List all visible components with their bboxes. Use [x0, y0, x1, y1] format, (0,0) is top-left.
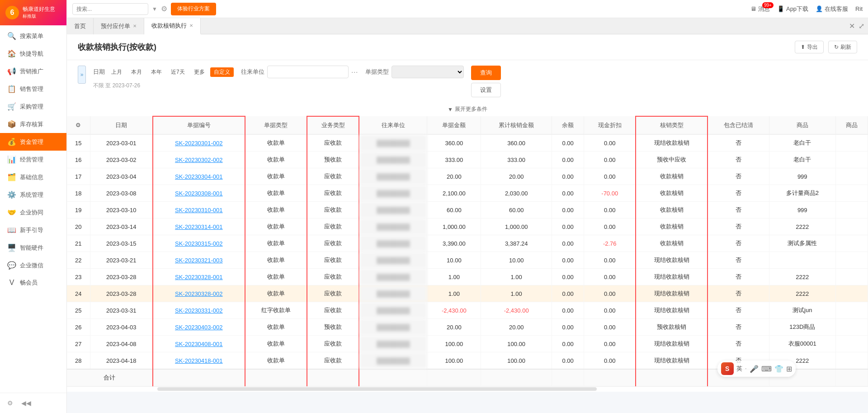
date-this-year-btn[interactable]: 本年	[147, 67, 165, 77]
docno-link[interactable]: SK-20230321-003	[175, 257, 223, 264]
date-this-month-btn[interactable]: 本月	[127, 67, 146, 77]
cell-partner: ████████	[359, 352, 427, 370]
export-button[interactable]: ⬆ 导出	[795, 41, 824, 53]
cell-product1: 测试jun	[769, 302, 835, 319]
grid-icon[interactable]: ⊞	[786, 365, 792, 373]
cell-total-verify: 20.00	[481, 319, 552, 336]
tab-collection-close-icon[interactable]: ✕	[189, 23, 193, 28]
sidebar-item-basic[interactable]: 🗂️基础信息	[0, 168, 66, 186]
mobile-icon: 📱	[777, 5, 784, 12]
tab-home[interactable]: 首页	[67, 18, 94, 34]
docno-link[interactable]: SK-20230308-001	[175, 190, 223, 197]
date-7days-btn[interactable]: 近7天	[167, 67, 189, 77]
settings-bottom-icon[interactable]: ⚙	[4, 397, 16, 409]
cell-balance: 0.00	[552, 152, 584, 168]
cell-product2	[835, 319, 868, 336]
refresh-button[interactable]: ↻ 刷新	[828, 41, 857, 53]
mic-icon[interactable]: 🎤	[750, 365, 759, 373]
topbar-gear-icon[interactable]: ⚙	[161, 5, 167, 13]
tab-close-all-icon[interactable]: ✕	[849, 22, 855, 30]
app-download-button[interactable]: 📱 App下载	[777, 5, 808, 13]
query-button[interactable]: 查询	[471, 66, 501, 80]
cell-doctype: 收款单	[245, 285, 307, 302]
sidebar-item-system[interactable]: ⚙️系统管理	[0, 186, 66, 204]
sidebar-item-label: 企业微信	[20, 261, 43, 270]
cell-partner: ████████	[359, 302, 427, 319]
docno-link[interactable]: SK-20230418-001	[175, 357, 223, 364]
docno-link[interactable]: SK-20230301-002	[175, 140, 223, 147]
cell-docno: SK-20230328-002	[153, 285, 245, 302]
online-service-button[interactable]: 👤 在线客服	[816, 5, 848, 13]
more-filter-icon[interactable]: ···	[351, 67, 358, 77]
cell-partner: ████████	[359, 152, 427, 168]
cell-product2	[835, 218, 868, 235]
docno-link[interactable]: SK-20230328-002	[175, 290, 223, 297]
docno-link[interactable]: SK-20230403-002	[175, 324, 223, 331]
docno-link[interactable]: SK-20230315-002	[175, 240, 223, 247]
solution-button[interactable]: 体验行业方案	[171, 3, 216, 15]
cell-doctype: 收款单	[245, 319, 307, 336]
basic-icon: 🗂️	[7, 173, 16, 181]
tab-prepay-close-icon[interactable]: ✕	[133, 24, 137, 28]
cell-product2	[835, 152, 868, 168]
collapse-button[interactable]: »	[78, 66, 86, 84]
search-input[interactable]	[72, 3, 148, 15]
totals-docno	[153, 369, 245, 386]
cell-total-verify: -2,430.00	[481, 302, 552, 319]
cell-doctype: 收款单	[245, 134, 307, 152]
table-row: 20 2023-03-14 SK-20230314-001 收款单 应收款 ██…	[67, 218, 868, 235]
sidebar-item-collab[interactable]: 🤝企业协同	[0, 204, 66, 221]
dropdown-arrow-icon[interactable]: ▼	[152, 6, 157, 12]
col-biztype: 业务类型	[307, 116, 359, 134]
date-more-btn[interactable]: 更多	[190, 67, 208, 77]
totals-discount	[584, 369, 636, 386]
docno-link[interactable]: SK-20230408-001	[175, 341, 223, 347]
cell-partner: ████████	[359, 319, 427, 336]
sidebar-item-member[interactable]: V畅会员	[0, 274, 66, 291]
cell-partner: ████████	[359, 185, 427, 202]
docno-link[interactable]: SK-20230310-001	[175, 207, 223, 214]
message-button[interactable]: 🖥 消息 99+	[750, 5, 770, 13]
docno-link[interactable]: SK-20230328-001	[175, 274, 223, 280]
sidebar-item-quicknav[interactable]: 🏠快捷导航	[0, 45, 66, 62]
col-settings[interactable]: ⚙	[67, 116, 90, 134]
sidebar-item-hardware[interactable]: 🖥️智能硬件	[0, 239, 66, 256]
keyboard-icon[interactable]: ⌨	[761, 365, 772, 373]
settings-button[interactable]: 设置	[471, 83, 501, 97]
sidebar-item-guide[interactable]: 📖新手引导	[0, 221, 66, 239]
tab-expand-icon[interactable]: ⤢	[859, 22, 864, 30]
separator: ·	[745, 365, 747, 373]
cell-biztype: 应收款	[307, 168, 359, 185]
sidebar: 6 畅康道好生意 标推版 🔍搜索菜单🏠快捷导航📢营销推广📋销售管理🛒采购管理📦库…	[0, 0, 67, 413]
doctype-select[interactable]	[392, 66, 464, 78]
docno-link[interactable]: SK-20230304-001	[175, 173, 223, 180]
page-header: 收款核销执行(按收款) ⬆ 导出 ↻ 刷新	[67, 34, 868, 60]
sidebar-item-inventory[interactable]: 📦库存核算	[0, 115, 66, 133]
cell-partner: ████████	[359, 202, 427, 218]
sidebar-item-finance[interactable]: 💰资金管理	[0, 133, 66, 151]
tab-collection[interactable]: 收款核销执行 ✕	[144, 18, 201, 34]
tab-prepay[interactable]: 预付应付单 ✕	[94, 18, 144, 34]
sidebar-item-label: 搜索菜单	[20, 32, 43, 40]
partner-input[interactable]	[267, 66, 349, 78]
date-custom-btn[interactable]: 自定义	[210, 67, 234, 77]
date-last-month-btn[interactable]: 上月	[108, 67, 126, 77]
docno-link[interactable]: SK-20230302-002	[175, 157, 223, 163]
sidebar-item-search[interactable]: 🔍搜索菜单	[0, 27, 66, 45]
sidebar-item-marketing[interactable]: 📢营销推广	[0, 62, 66, 80]
cell-total-verify: 360.00	[481, 134, 552, 152]
sidebar-item-purchase[interactable]: 🛒采购管理	[0, 98, 66, 115]
collapse-icon[interactable]: ◀◀	[20, 397, 33, 409]
sidebar-item-sales[interactable]: 📋销售管理	[0, 80, 66, 98]
cell-docno: SK-20230331-002	[153, 302, 245, 319]
shirt-icon[interactable]: 👕	[774, 365, 783, 373]
topbar-right: 🖥 消息 99+ 📱 App下载 👤 在线客服 Rit	[750, 5, 863, 13]
expand-more-button[interactable]: ▼ 展开更多条件	[67, 103, 868, 116]
cell-biztype: 应收款	[307, 285, 359, 302]
docno-link[interactable]: SK-20230314-001	[175, 223, 223, 230]
cell-product1: 老白干	[769, 152, 835, 168]
sidebar-item-operations[interactable]: 📊经营管理	[0, 151, 66, 168]
cell-product1: 测试多属性	[769, 235, 835, 252]
sidebar-item-wechat[interactable]: 💬企业微信	[0, 256, 66, 274]
docno-link[interactable]: SK-20230331-002	[175, 307, 223, 314]
